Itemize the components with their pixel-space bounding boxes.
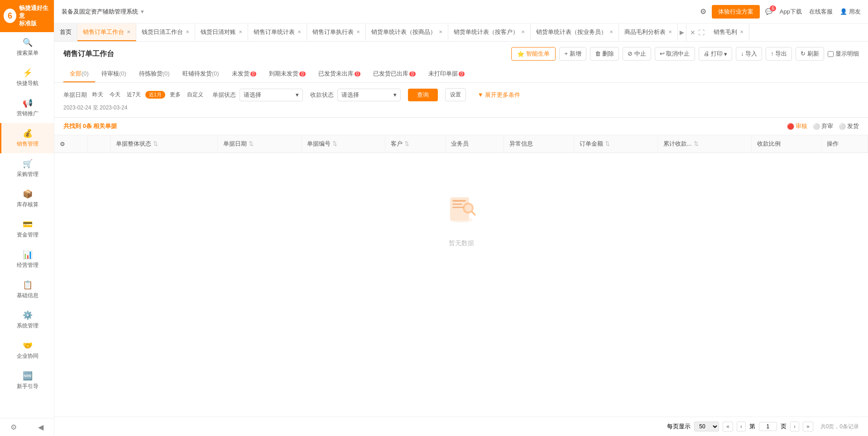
- sidebar-item-inventory[interactable]: 📦库存核算: [0, 184, 54, 214]
- refresh-btn[interactable]: ↻ 刷新: [796, 47, 824, 61]
- tab-sales-stats-product[interactable]: 销货单统计表（按商品）✕: [366, 24, 448, 41]
- subtab-not-printed[interactable]: 未打印单据0: [422, 66, 471, 82]
- subtab-wangpu-pending-ship[interactable]: 旺铺待发货(0): [176, 66, 225, 82]
- prev-page-btn[interactable]: ‹: [737, 422, 746, 431]
- app-download-link[interactable]: App下载: [780, 8, 802, 16]
- tab-close-cash-reconcile[interactable]: ✕: [239, 29, 242, 34]
- sidebar-item-basic[interactable]: 📋基础信息: [0, 275, 54, 305]
- tab-sales-profit[interactable]: 销售毛利✕: [708, 24, 749, 41]
- online-service-link[interactable]: 在线客服: [809, 8, 833, 16]
- tab-sales-order-exec[interactable]: 销售订单执行表✕: [307, 24, 366, 41]
- subtab-pending-inspect[interactable]: 待拣验货(0): [133, 66, 176, 82]
- date-option-yesterday[interactable]: 昨天: [91, 90, 105, 100]
- sidebar-item-sales[interactable]: 💰销售管理: [0, 123, 54, 153]
- col-date[interactable]: 单据日期⇅: [218, 135, 302, 153]
- tab-sales-order-stats[interactable]: 销售订单统计表✕: [248, 24, 307, 41]
- smart-btn[interactable]: ⭐ 智能生单: [511, 47, 556, 61]
- date-option-custom[interactable]: 自定义: [185, 90, 205, 100]
- sidebar-settings-btn[interactable]: ⚙: [10, 423, 17, 431]
- col-status[interactable]: 单据整体状态⇅: [110, 135, 218, 153]
- tab-close-sales-order-stats[interactable]: ✕: [297, 29, 301, 34]
- per-page-select[interactable]: 50 10 20 100: [694, 422, 719, 431]
- tab-close-sales-stats-customer[interactable]: ✕: [521, 29, 525, 34]
- tab-home[interactable]: 首页: [54, 24, 77, 41]
- add-btn[interactable]: + 新增: [559, 47, 586, 61]
- tab-close-sales-order-exec[interactable]: ✕: [356, 29, 360, 34]
- settings-btn[interactable]: 设置: [445, 88, 466, 101]
- sidebar-item-marketing[interactable]: 📢营销推广: [0, 93, 54, 123]
- first-page-btn[interactable]: «: [723, 422, 733, 431]
- subtab-not-shipped[interactable]: 未发货0: [225, 66, 263, 82]
- maximize-tab-icon[interactable]: ⛶: [698, 29, 705, 36]
- date-option-last1m[interactable]: 近1月: [145, 91, 165, 99]
- date-option-today[interactable]: 今天: [108, 90, 122, 100]
- sidebar-label-basic: 基础信息: [17, 292, 38, 299]
- show-detail-checkbox[interactable]: 显示明细: [828, 50, 859, 58]
- query-btn[interactable]: 查询: [408, 89, 438, 101]
- sidebar-item-finance[interactable]: 💳资金管理: [0, 214, 54, 244]
- subtab-pending-review[interactable]: 待审核(0): [95, 66, 133, 82]
- tab-cash-daily[interactable]: 钱货日清工作台✕: [136, 24, 195, 41]
- col-number[interactable]: 单据编号⇅: [302, 135, 385, 153]
- table-toolbar: 共找到 0条 相关单据 🔴 审核⚪ 弃审⚪ 发货: [54, 118, 868, 135]
- topbar-dropdown-icon[interactable]: ▾: [141, 8, 144, 15]
- tab-sales-stats-customer[interactable]: 销货单统计表（按客户）✕: [448, 24, 531, 41]
- col-customer[interactable]: 客户⇅: [385, 135, 446, 153]
- sidebar-item-purchase[interactable]: 🛒采购管理: [0, 153, 54, 184]
- subtab-all[interactable]: 全部(0): [63, 66, 95, 82]
- tab-cash-reconcile[interactable]: 钱货日清对账✕: [195, 24, 248, 41]
- sidebar-item-search[interactable]: 🔍搜索菜单: [0, 32, 54, 62]
- col-amount[interactable]: 订单金额⇅: [574, 135, 657, 153]
- table-action-ship[interactable]: ⚪ 发货: [839, 122, 859, 130]
- subtab-overdue-not-shipped[interactable]: 到期未发货0: [263, 66, 312, 82]
- user-menu[interactable]: 👤 用友: [840, 8, 861, 16]
- tab-close-sales-profit[interactable]: ✕: [740, 29, 743, 34]
- last-page-btn[interactable]: »: [803, 422, 813, 431]
- tab-close-sales-stats-product[interactable]: ✕: [439, 29, 442, 34]
- sidebar-icon-operation: 📊: [23, 250, 33, 260]
- table-scroll[interactable]: ⚙单据整体状态⇅单据日期⇅单据编号⇅客户⇅业务员异常信息订单金额⇅累计收款...…: [54, 135, 868, 417]
- page-input[interactable]: [759, 422, 777, 431]
- tab-label-sales-order-exec: 销售订单执行表: [312, 28, 354, 36]
- print-btn[interactable]: 🖨 打印 ▾: [699, 47, 733, 61]
- col-received[interactable]: 累计收款...⇅: [657, 135, 751, 153]
- payment-select[interactable]: 请选择 ▾: [337, 89, 401, 101]
- topbar-gear-icon[interactable]: ⚙: [700, 7, 706, 16]
- message-icon[interactable]: 💬 6: [765, 8, 772, 15]
- sidebar-item-quicknav[interactable]: ⚡快捷导航: [0, 62, 54, 93]
- sidebar-item-system[interactable]: ⚙️系统管理: [0, 305, 54, 335]
- tab-close-cash-daily[interactable]: ✕: [186, 29, 189, 34]
- show-detail-input[interactable]: [828, 51, 834, 57]
- tab-gross-margin[interactable]: 商品毛利分析表✕: [619, 24, 678, 41]
- tab-close-sales-stats-staff[interactable]: ✕: [609, 29, 613, 34]
- sidebar-collapse-btn[interactable]: ◀: [38, 423, 43, 431]
- tab-sales-stats-staff[interactable]: 销货单统计表（按业务员）✕: [531, 24, 619, 41]
- status-select[interactable]: 请选择 ▾: [240, 89, 303, 101]
- tabs-overflow-btn[interactable]: ▶: [678, 24, 686, 41]
- date-option-more[interactable]: 更多: [168, 90, 182, 100]
- stop-btn[interactable]: ⊘ 中止: [623, 47, 651, 61]
- date-option-last7[interactable]: 近7天: [125, 90, 143, 100]
- cancel-stop-btn[interactable]: ↩ 取消中止: [655, 47, 695, 61]
- close-tab-icon[interactable]: ✕: [690, 29, 695, 36]
- tab-label-sales-stats-customer: 销货单统计表（按客户）: [454, 28, 518, 36]
- status-dropdown-icon: ▾: [296, 91, 299, 98]
- subtab-shipped-stored[interactable]: 已发货已出库0: [367, 66, 422, 82]
- subtab-shipped-not-stored[interactable]: 已发货未出库0: [312, 66, 367, 82]
- tab-close-sales-order-workbench[interactable]: ✕: [127, 29, 130, 34]
- expand-btn[interactable]: ▼ 展开更多条件: [478, 91, 520, 99]
- sidebar-item-guide[interactable]: 🆕新手引导: [0, 365, 54, 396]
- tab-sales-order-workbench[interactable]: 销售订单工作台✕: [77, 24, 136, 41]
- table-action-unaudit[interactable]: ⚪ 弃审: [813, 122, 833, 130]
- table-action-review[interactable]: 🔴 审核: [787, 122, 807, 130]
- tab-close-gross-margin[interactable]: ✕: [668, 29, 672, 34]
- export-btn[interactable]: ↑ 导出: [766, 47, 792, 61]
- delete-btn[interactable]: 🗑 删除: [590, 47, 619, 61]
- sidebar-item-collab[interactable]: 🤝企业协同: [0, 335, 54, 365]
- trial-btn[interactable]: 体验行业方案: [712, 5, 760, 19]
- sidebar-item-operation[interactable]: 📊经营管理: [0, 244, 54, 275]
- expand-icon: ▼: [478, 91, 484, 98]
- import-btn[interactable]: ↓ 导入: [736, 47, 762, 61]
- next-page-btn[interactable]: ›: [790, 422, 799, 431]
- sort-icon-received: ⇅: [694, 140, 699, 147]
